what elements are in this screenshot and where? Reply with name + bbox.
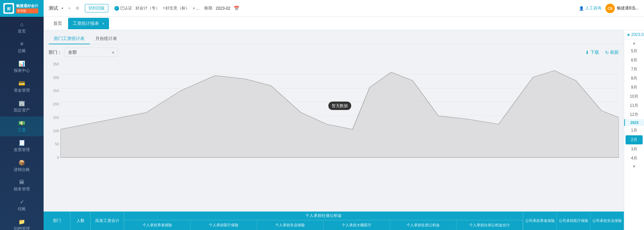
th-personal-medical: 个人承担医疗保险 (191, 220, 257, 230)
month-5[interactable]: 5月 (624, 47, 644, 56)
sidebar-item-invoices[interactable]: 🧾 发票管理 (0, 136, 44, 156)
sidebar-item-funds[interactable]: 💳 资金管理 (0, 77, 44, 97)
month-1[interactable]: 1月 (624, 126, 644, 135)
topbar-status: ✓ 已认证 好会计（专） +好生意（标） + ... 账期 2023-02 📅 (114, 5, 239, 11)
good-accounting-text: 好会计（专） (136, 5, 160, 11)
sidebar-label-ledger: 总账 (18, 48, 26, 54)
topbar-actions: 切到旧版 (85, 4, 108, 12)
logo-icon: 财 (3, 3, 14, 14)
dept-filter-label: 部门： (49, 49, 62, 55)
area-fill (60, 71, 619, 157)
certified-text: 已认证 (120, 5, 132, 11)
th-personal-group-header: 个人承担社保公积金 (124, 212, 523, 220)
sidebar-item-inventory[interactable]: 📦 进销台账 (0, 156, 44, 176)
main-area: 测试 ▾ + ⚙ 切到旧版 ✓ 已认证 好会计（专） +好生意（标） + ...… (44, 0, 644, 230)
th-total-salary-label: 应发工资合计 (95, 218, 119, 224)
topbar-gear[interactable]: ⚙ (75, 6, 79, 11)
month-7[interactable]: 7月 (624, 65, 644, 74)
y-label-300: 300 (50, 76, 59, 80)
sub-tab-monthly-label: 月份统计表 (95, 36, 117, 41)
switch-old-version-button[interactable]: 切到旧版 (85, 4, 108, 12)
sidebar-label-tax: 税务管理 (14, 186, 30, 192)
tab-salary-report-label: 工资统计报表 (73, 21, 99, 26)
y-label-200: 200 (50, 102, 59, 106)
month-8[interactable]: 8月 (624, 74, 644, 83)
tab-home[interactable]: 首页 (49, 18, 67, 29)
ledger-icon: ≡ (20, 41, 23, 47)
date-panel-period: 2023.02 (631, 32, 644, 37)
month-9[interactable]: 9月 (624, 83, 644, 92)
refresh-label: 刷新 (610, 49, 619, 55)
chart-container: 350 300 250 200 150 100 50 0 (44, 60, 624, 230)
sidebar-label-salary: 工资 (18, 127, 26, 133)
tab-close-icon[interactable]: × (102, 21, 104, 26)
y-label-0: 0 (50, 155, 59, 159)
month-3[interactable]: 3月 (624, 145, 644, 154)
topbar-plus[interactable]: + (68, 6, 71, 11)
dropdown-arrow-icon[interactable]: ▾ (61, 6, 63, 11)
invoices-icon: 🧾 (18, 140, 25, 146)
th-personal-group: 个人承担社保公积金 个人承担养老保险 个人承担医疗保险 个人承担失业保险 个人承… (124, 212, 523, 230)
month-10[interactable]: 10月 (624, 92, 644, 101)
refresh-button[interactable]: ↻ 刷新 (605, 49, 619, 55)
chevron-down-icon: ▾ (112, 50, 114, 55)
y-axis: 350 300 250 200 150 100 50 0 (49, 60, 60, 161)
logo-text: 畅捷通好会计 (16, 3, 38, 8)
sub-tabs: 部门工资统计表 月份统计表 (44, 30, 624, 44)
topbar-right: 👤 人工咨询 CE 畅捷通B迅... (579, 4, 639, 13)
sidebar-item-tax[interactable]: 🏛 税务管理 (0, 176, 44, 195)
month-4[interactable]: 4月 (624, 154, 644, 163)
sidebar-label-home: 首页 (18, 29, 26, 34)
tab-home-label: 首页 (53, 21, 62, 26)
sidebar-item-assets[interactable]: 🏢 固定资产 (0, 97, 44, 117)
sidebar-item-ledger[interactable]: ≡ 总账 (0, 38, 44, 57)
sidebar-label-funds: 资金管理 (14, 88, 30, 93)
dept-select-value: 全部 (68, 49, 77, 55)
tax-icon: 🏛 (19, 179, 24, 185)
th-personal-group-label: 个人承担社保公积金 (306, 213, 342, 218)
month-11[interactable]: 11月 (624, 101, 644, 110)
sidebar-label-inventory: 进销台账 (14, 167, 30, 173)
th-personal-housing: 个人承担住房公积金 (390, 220, 457, 230)
sidebar-item-salary[interactable]: 💵 工资 (0, 117, 44, 136)
home-icon: ⌂ (20, 21, 23, 28)
month-6[interactable]: 6月 (624, 56, 644, 65)
area-chart (60, 60, 619, 158)
help-text: 人工咨询 (585, 5, 601, 11)
svg-text:财: 财 (7, 7, 11, 11)
th-headcount: 人数 (70, 212, 91, 230)
th-personal-pension: 个人承担养老保险 (124, 220, 191, 230)
th-personal-total: 个人承担社保公积金合计 (457, 220, 523, 230)
th-personal-cols: 个人承担养老保险 个人承担医疗保险 个人承担失业保险 个人承担大额医疗 个人承担… (124, 220, 523, 230)
sidebar-item-reports[interactable]: 📊 报表中心 (0, 57, 44, 77)
download-button[interactable]: ⬇ 下载 (585, 49, 599, 55)
chart-area: 350 300 250 200 150 100 50 0 (49, 60, 619, 161)
toolbar: 部门： 全部 ▾ ⬇ 下载 ↻ 刷新 (44, 44, 624, 60)
sidebar: 财 畅捷通好会计 专业版 ⌂ 首页 ≡ 总账 📊 报表中心 💳 资金管理 🏢 固… (0, 0, 44, 230)
sub-tab-dept[interactable]: 部门工资统计表 (49, 34, 90, 44)
tab-salary-report[interactable]: 工资统计报表 × (68, 18, 109, 29)
period-value: 2023-02 (216, 6, 230, 11)
date-nav-up[interactable]: ▲ (624, 39, 644, 47)
sub-tab-monthly[interactable]: 月份统计表 (90, 34, 122, 44)
dept-select[interactable]: 全部 ▾ (64, 48, 118, 57)
th-personal-unemployment: 个人承担失业保险 (257, 220, 323, 230)
assets-icon: 🏢 (18, 100, 25, 106)
content-wrapper: 部门工资统计表 月份统计表 部门： 全部 ▾ ⬇ (44, 30, 644, 230)
th-personal-major-medical: 个人承担大额医疗 (324, 220, 390, 230)
date-nav-down[interactable]: ▼ (624, 163, 644, 170)
y-label-50: 50 (50, 142, 59, 146)
sidebar-item-closing[interactable]: ✓ 结账 (0, 195, 44, 215)
sidebar-item-archive[interactable]: 📁 归档管理 (0, 215, 44, 230)
sidebar-label-closing: 结账 (18, 206, 26, 212)
chart-svg-wrapper: 暂无数据 (60, 60, 619, 161)
calendar-icon[interactable]: 📅 (234, 6, 239, 11)
table-header: 部门 人数 应发工资合计 个人承担社保公积金 个人承担养老保险 (44, 212, 624, 230)
help-button[interactable]: 👤 人工咨询 (579, 5, 601, 11)
date-panel-header: ◈ 2023.02 (624, 30, 644, 39)
month-2-selected[interactable]: 2月 (626, 135, 643, 144)
sidebar-item-home[interactable]: ⌂ 首页 (0, 18, 44, 38)
certified-badge: ✓ 已认证 (114, 5, 132, 11)
month-12[interactable]: 12月 (624, 110, 644, 119)
th-company-medical: 公司承担医疗保险 (557, 212, 590, 230)
